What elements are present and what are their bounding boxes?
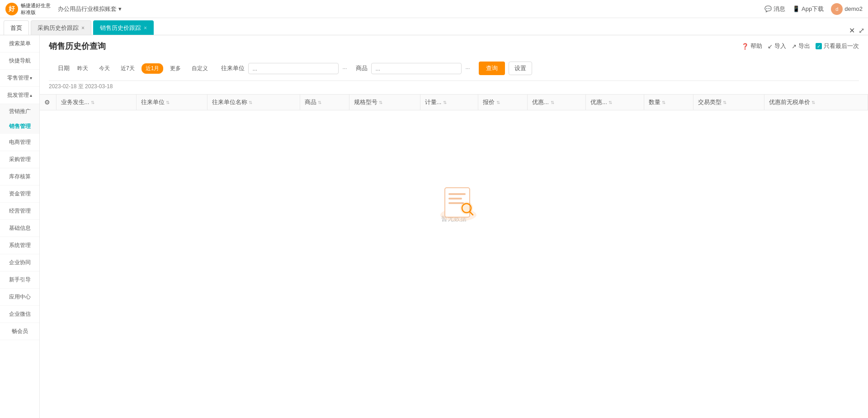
table-header-row: ⚙ 业务发生... ⇅ 往来单位 ⇅ 往来单位名称	[40, 95, 868, 110]
logo-text: 畅捷通好生意 标准版	[21, 2, 51, 15]
partner-input[interactable]	[248, 63, 339, 74]
import-label: 导入	[774, 42, 786, 50]
tab-sales-history-close-icon[interactable]: ×	[144, 25, 147, 31]
app-download-button[interactable]: 📱 App下载	[793, 5, 824, 13]
product-input[interactable]	[371, 63, 462, 74]
tab-purchase-history-close-icon[interactable]: ×	[81, 25, 85, 31]
sidebar-item-basic[interactable]: 基础信息	[0, 220, 39, 237]
th-notax-price-label: 优惠前无税单价	[769, 99, 810, 105]
sidebar-search-label: 搜索菜单	[9, 40, 31, 47]
product-more-icon[interactable]: ···	[465, 65, 470, 71]
user-profile[interactable]: d demo2	[831, 3, 863, 15]
tab-purchase-history-label: 采购历史价跟踪	[38, 24, 79, 32]
sidebar-quick-nav-label: 快捷导航	[9, 57, 31, 64]
sidebar-subitem-sales[interactable]: 销售管理	[0, 119, 39, 134]
date-btn-more[interactable]: 更多	[166, 63, 185, 74]
date-btn-custom[interactable]: 自定义	[188, 63, 212, 74]
th-unit-label: 计量...	[425, 99, 442, 105]
date-filter-group: 日期 昨天 今天 近7天 近1月 更多 自定义	[58, 63, 212, 74]
sidebar-wholesale-arrow-icon: ▴	[30, 93, 32, 98]
sidebar-item-purchase[interactable]: 采购管理	[0, 151, 39, 168]
tabbar: 首页 采购历史价跟踪 × 销售历史价跟踪 × ✕ ⤢	[0, 18, 868, 35]
sidebar-item-wholesale[interactable]: 批发管理 ▴	[0, 87, 39, 104]
page-actions: ❓ 帮助 ↙ 导入 ↗ 导出 ✓ 只看最后一次	[741, 42, 859, 50]
th-qty[interactable]: 数量 ⇅	[644, 95, 693, 110]
sidebar-finance-label: 资金管理	[9, 190, 31, 197]
th-partner-code-sort-icon: ⇅	[166, 100, 170, 105]
content-area: 销售历史价查询 ❓ 帮助 ↙ 导入 ↗ 导出	[40, 35, 868, 418]
th-settings[interactable]: ⚙	[40, 95, 56, 110]
product-filter-group: 商品 ···	[356, 63, 470, 74]
only-last-checkbox[interactable]: ✓ 只看最后一次	[816, 42, 859, 50]
th-discount1[interactable]: 优惠... ⇅	[528, 95, 586, 110]
query-button[interactable]: 查询	[479, 62, 505, 75]
th-spec-label: 规格型号	[354, 99, 377, 105]
app-selector[interactable]: 办公用品行业模拟账套 ▾	[54, 3, 125, 15]
wholesale-submenu: 营销推广 销售管理	[0, 104, 39, 134]
th-trade-type[interactable]: 交易类型 ⇅	[693, 95, 764, 110]
th-price-label: 报价	[483, 99, 495, 105]
table-container: ⚙ 业务发生... ⇅ 往来单位 ⇅ 往来单位名称	[40, 95, 868, 418]
th-discount2[interactable]: 优惠... ⇅	[586, 95, 644, 110]
export-button[interactable]: ↗ 导出	[792, 42, 810, 50]
th-notax-price[interactable]: 优惠前无税单价 ⇅	[764, 95, 868, 110]
sidebar-item-member[interactable]: 畅会员	[0, 323, 39, 340]
message-button[interactable]: 💬 消息	[764, 5, 785, 13]
sidebar-subitem-marketing[interactable]: 营销推广	[0, 104, 39, 119]
sidebar-item-system[interactable]: 系统管理	[0, 237, 39, 254]
th-partner-name[interactable]: 往来单位名称 ⇅	[207, 95, 300, 110]
th-discount2-label: 优惠...	[590, 99, 607, 105]
svg-rect-2	[448, 193, 466, 195]
partner-more-icon[interactable]: ···	[342, 65, 347, 71]
help-button[interactable]: ❓ 帮助	[741, 42, 762, 50]
date-btn-yesterday[interactable]: 昨天	[73, 63, 92, 74]
sidebar-item-retail[interactable]: 零售管理 ▾	[0, 70, 39, 87]
th-discount1-label: 优惠...	[532, 99, 549, 105]
sidebar-item-finance[interactable]: 资金管理	[0, 185, 39, 203]
message-icon: 💬	[764, 5, 772, 12]
import-icon: ↙	[768, 43, 773, 50]
empty-svg	[436, 179, 481, 224]
sidebar-item-guide[interactable]: 新手引导	[0, 271, 39, 289]
date-btn-7days[interactable]: 近7天	[117, 63, 139, 74]
import-button[interactable]: ↙ 导入	[768, 42, 786, 50]
tab-purchase-history[interactable]: 采购历史价跟踪 ×	[31, 20, 91, 35]
th-unit[interactable]: 计量... ⇅	[420, 95, 478, 110]
sidebar-item-ecommerce[interactable]: 电商管理	[0, 134, 39, 151]
sidebar-item-inventory[interactable]: 库存核算	[0, 168, 39, 185]
sidebar-item-wechat[interactable]: 企业微信	[0, 306, 39, 323]
th-qty-label: 数量	[649, 99, 660, 105]
page-header: 销售历史价查询 ❓ 帮助 ↙ 导入 ↗ 导出	[40, 35, 868, 95]
sidebar-operations-label: 经营管理	[9, 208, 31, 214]
th-spec[interactable]: 规格型号 ⇅	[349, 95, 420, 110]
sidebar-purchase-label: 采购管理	[9, 156, 31, 162]
th-product[interactable]: 商品 ⇅	[300, 95, 349, 110]
sidebar-section-wholesale: 批发管理 ▴ 营销推广 销售管理	[0, 87, 39, 134]
svg-rect-4	[448, 202, 464, 204]
app-selector-arrow-icon: ▾	[118, 5, 122, 12]
sidebar-item-search[interactable]: 搜索菜单	[0, 35, 39, 52]
th-price[interactable]: 报价 ⇅	[478, 95, 528, 110]
tab-home[interactable]: 首页	[4, 20, 29, 35]
sidebar: 搜索菜单 快捷导航 零售管理 ▾ 批发管理 ▴ 营销推广 销售管理 电商管理 采…	[0, 35, 40, 418]
user-label: demo2	[844, 5, 863, 12]
date-btn-1month[interactable]: 近1月	[142, 63, 164, 74]
empty-state: 暂无数据	[40, 110, 868, 291]
settings-button[interactable]: 设置	[509, 62, 532, 75]
empty-illustration	[436, 179, 472, 215]
sidebar-item-quick-nav[interactable]: 快捷导航	[0, 52, 39, 70]
sidebar-ecommerce-label: 电商管理	[9, 139, 31, 145]
th-biz-date[interactable]: 业务发生... ⇅	[56, 95, 136, 110]
app-name-label: 办公用品行业模拟账套	[58, 5, 117, 13]
tab-sales-history[interactable]: 销售历史价跟踪 ×	[93, 20, 154, 35]
th-partner-code[interactable]: 往来单位 ⇅	[136, 95, 207, 110]
sidebar-item-operations[interactable]: 经营管理	[0, 203, 39, 220]
column-settings-icon[interactable]: ⚙	[44, 99, 50, 106]
sidebar-item-apps[interactable]: 应用中心	[0, 289, 39, 306]
date-btn-today[interactable]: 今天	[95, 63, 114, 74]
maximize-tab-action-icon[interactable]: ⤢	[859, 26, 864, 35]
close-tab-action-icon[interactable]: ✕	[849, 26, 855, 35]
sidebar-item-enterprise[interactable]: 企业协同	[0, 254, 39, 271]
message-label: 消息	[774, 5, 785, 13]
topbar-left: 好 畅捷通好生意 标准版 办公用品行业模拟账套 ▾	[5, 2, 125, 15]
